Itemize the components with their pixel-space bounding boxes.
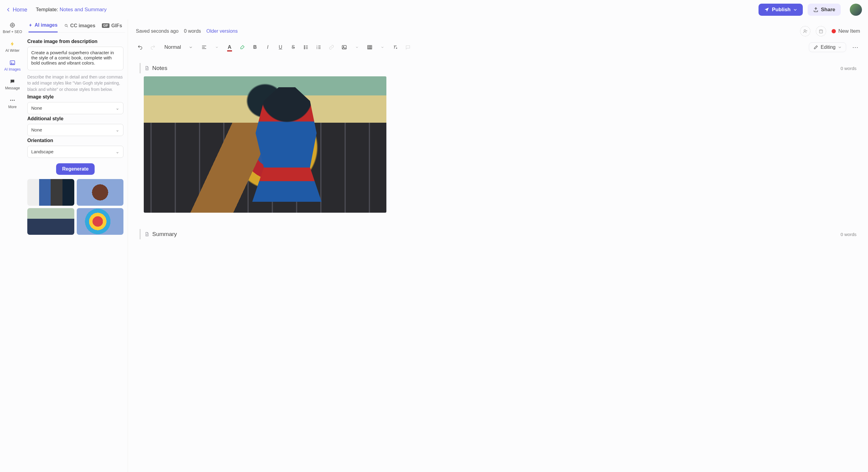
generated-image[interactable]: [144, 76, 386, 213]
new-item-status[interactable]: New Item: [832, 28, 860, 34]
avatar[interactable]: [850, 4, 862, 16]
bold-icon: B: [253, 44, 257, 50]
redo-button[interactable]: [149, 43, 157, 52]
rail-ai-writer[interactable]: AI Writer: [5, 41, 20, 53]
regenerate-button[interactable]: Regenerate: [56, 163, 95, 175]
insert-table-more[interactable]: [378, 43, 387, 52]
chevron-down-icon: ⌄: [116, 149, 120, 155]
chevron-down-icon: ⌄: [116, 127, 120, 133]
undo-button[interactable]: [136, 43, 144, 52]
svg-point-4: [10, 100, 11, 101]
svg-point-1: [11, 25, 13, 26]
template-info: Template: Notes and Summary: [36, 7, 106, 13]
underline-button[interactable]: U: [276, 43, 285, 52]
template-link[interactable]: Notes and Summary: [59, 7, 106, 12]
rail-label: More: [8, 105, 17, 109]
redo-icon: [150, 44, 156, 50]
svg-rect-18: [368, 45, 372, 49]
left-rail: Brief + SEO AI Writer AI Images Message …: [0, 20, 25, 472]
publish-button[interactable]: Publish: [758, 4, 803, 16]
chevron-down-icon: ⌄: [116, 105, 120, 111]
tab-gifs[interactable]: GIF GIFs: [102, 23, 122, 32]
home-link[interactable]: Home: [6, 7, 27, 13]
orientation-select[interactable]: Landscape ⌄: [27, 146, 123, 158]
add-collaborator-button[interactable]: [800, 26, 810, 36]
section-summary-header: Summary 0 words: [140, 229, 857, 239]
image-style-label: Image style: [27, 94, 123, 100]
svg-point-17: [343, 46, 344, 47]
section-notes-wordcount: 0 words: [840, 66, 857, 71]
dots-icon: [9, 97, 16, 104]
align-left-icon: [202, 44, 207, 50]
insert-table-button[interactable]: [366, 43, 374, 52]
calendar-button[interactable]: [816, 26, 826, 36]
section-summary-wordcount: 0 words: [840, 232, 857, 237]
thumbnail-4[interactable]: [77, 208, 124, 235]
document-icon: [144, 232, 149, 237]
bolt-icon: [9, 41, 16, 47]
strike-button[interactable]: S: [289, 43, 298, 52]
home-label: Home: [13, 7, 27, 13]
table-icon: [367, 44, 372, 50]
text-style-select[interactable]: Normal: [161, 43, 196, 52]
mode-editing-button[interactable]: Editing: [809, 42, 846, 52]
italic-button[interactable]: I: [264, 43, 272, 52]
clear-format-button[interactable]: [391, 43, 399, 52]
rail-message[interactable]: Message: [5, 78, 20, 90]
insert-image-more[interactable]: [353, 43, 361, 52]
thumbnail-2[interactable]: [77, 179, 124, 206]
collapse-panel-handle[interactable]: [128, 23, 128, 36]
underline-icon: U: [279, 44, 282, 50]
tab-label: GIFs: [111, 23, 122, 29]
highlight-icon: [240, 44, 245, 50]
tab-ai-images[interactable]: AI images: [29, 23, 58, 32]
upload-icon: [813, 7, 818, 12]
document-area[interactable]: Notes 0 words Summary 0 words: [128, 56, 868, 255]
svg-point-11: [304, 47, 305, 47]
text-color-icon: A: [228, 44, 231, 50]
svg-point-0: [10, 23, 14, 27]
chevron-left-icon: [6, 7, 11, 12]
chevron-down-icon: [215, 46, 218, 49]
comment-icon: [405, 44, 411, 50]
svg-point-7: [65, 24, 67, 26]
additional-style-value: None: [31, 127, 42, 132]
older-versions-link[interactable]: Older versions: [207, 29, 238, 34]
bullet-list-button[interactable]: [302, 43, 310, 52]
comment-button[interactable]: [404, 43, 412, 52]
thumbnail-1[interactable]: [27, 179, 74, 206]
bolt-icon: [29, 23, 33, 27]
image-style-select[interactable]: None ⌄: [27, 102, 123, 114]
editor-toolbar: Normal A B I U S 123 Editing: [128, 39, 868, 56]
thumbnail-3[interactable]: [27, 208, 74, 235]
highlight-button[interactable]: [238, 43, 247, 52]
align-button[interactable]: [200, 43, 208, 52]
rail-more[interactable]: More: [8, 97, 17, 109]
link-button[interactable]: [327, 43, 336, 52]
bold-button[interactable]: B: [251, 43, 259, 52]
rail-brief-seo[interactable]: Brief + SEO: [3, 22, 22, 34]
svg-point-3: [11, 62, 12, 63]
tab-cc-images[interactable]: CC images: [64, 23, 96, 32]
send-icon: [764, 7, 769, 12]
chevron-down-icon: [189, 45, 193, 49]
numbered-list-button[interactable]: 123: [314, 43, 323, 52]
insert-image-button[interactable]: [340, 43, 348, 52]
chevron-down-icon: [793, 7, 797, 12]
image-panel: AI images CC images GIF GIFs Create imag…: [25, 20, 128, 472]
image-description-input[interactable]: [27, 47, 123, 70]
search-icon: [64, 24, 68, 28]
thumbnail-grid: [27, 179, 123, 235]
share-button[interactable]: Share: [808, 4, 841, 16]
align-more-button[interactable]: [213, 43, 221, 52]
gif-icon: GIF: [102, 23, 110, 28]
strikethrough-icon: S: [291, 44, 295, 50]
toolbar-more-button[interactable]: ⋯: [850, 44, 860, 51]
rail-ai-images[interactable]: AI Images: [4, 59, 21, 71]
numbered-list-icon: 123: [316, 44, 321, 50]
text-color-button[interactable]: A: [225, 43, 234, 52]
section-notes-title: Notes: [152, 65, 167, 71]
additional-style-select[interactable]: None ⌄: [27, 124, 123, 136]
link-icon: [329, 44, 334, 50]
rail-label: AI Writer: [5, 48, 20, 53]
